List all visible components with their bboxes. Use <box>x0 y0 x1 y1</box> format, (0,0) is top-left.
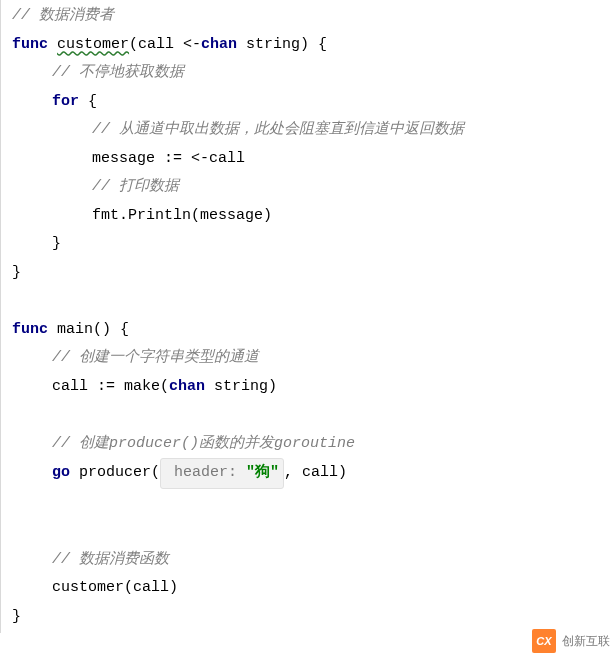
stmt-message: message := <-call <box>92 150 245 167</box>
code-line: // 打印数据 <box>12 173 608 202</box>
stmt-println: fmt.Println(message) <box>92 207 272 224</box>
keyword-for: for <box>52 93 79 110</box>
code-line: call := make(chan string) <box>12 373 608 402</box>
code-line: customer(call) <box>12 574 608 603</box>
brace-close: } <box>52 235 61 252</box>
code-editor[interactable]: // 数据消费者 func customer(call <-chan strin… <box>0 0 616 633</box>
comment: // 创建一个字符串类型的通道 <box>52 349 259 366</box>
comment: // 不停地获取数据 <box>52 64 184 81</box>
paren-close: ) { <box>300 36 327 53</box>
gutter <box>0 0 1 633</box>
code-line: // 数据消费者 <box>12 2 608 31</box>
param-hint-label: header: <box>165 464 246 481</box>
call-producer-b: , call) <box>284 464 347 481</box>
stmt-customer-call: customer(call) <box>52 579 178 596</box>
param-hint: header: "狗" <box>160 458 284 489</box>
code-line: for { <box>12 88 608 117</box>
comment: // 打印数据 <box>92 178 179 195</box>
func-name-customer: customer <box>57 36 129 53</box>
func-name-main: main() { <box>48 321 129 338</box>
type-string: string <box>237 36 300 53</box>
logo-mark-icon <box>532 629 556 653</box>
comment: // 从通道中取出数据，此处会阻塞直到信道中返回数据 <box>92 121 464 138</box>
keyword-go: go <box>52 464 70 481</box>
code-line: func customer(call <-chan string) { <box>12 31 608 60</box>
blank-line <box>12 287 608 316</box>
brace: { <box>79 93 97 110</box>
brace-close: } <box>12 608 21 625</box>
code-line: // 创建producer()函数的并发goroutine <box>12 430 608 459</box>
brace-close: } <box>12 264 21 281</box>
string-literal: "狗" <box>246 464 279 481</box>
code-line: func main() { <box>12 316 608 345</box>
blank-line <box>12 401 608 430</box>
code-line: } <box>12 230 608 259</box>
call-producer-a: producer( <box>70 464 160 481</box>
stmt-make-b: string) <box>205 378 277 395</box>
keyword-func: func <box>12 36 48 53</box>
keyword-chan: chan <box>169 378 205 395</box>
code-line: } <box>12 603 608 632</box>
code-line: // 不停地获取数据 <box>12 59 608 88</box>
comment: // 数据消费函数 <box>52 551 169 568</box>
code-line: } <box>12 259 608 288</box>
code-line: message := <-call <box>12 145 608 174</box>
watermark-logo: 创新互联 <box>532 629 610 653</box>
code-line: // 数据消费函数 <box>12 546 608 575</box>
comment: // 创建producer()函数的并发goroutine <box>52 435 355 452</box>
paren: (call <- <box>129 36 201 53</box>
comment: // 数据消费者 <box>12 7 114 24</box>
keyword-chan: chan <box>201 36 237 53</box>
stmt-make-a: call := make( <box>52 378 169 395</box>
code-line: // 从通道中取出数据，此处会阻塞直到信道中返回数据 <box>12 116 608 145</box>
logo-text: 创新互联 <box>562 630 610 653</box>
code-line: fmt.Println(message) <box>12 202 608 231</box>
code-line: go producer( header: "狗", call) <box>12 458 608 489</box>
blank-line <box>12 517 608 546</box>
blank-line <box>12 489 608 518</box>
code-line: // 创建一个字符串类型的通道 <box>12 344 608 373</box>
keyword-func: func <box>12 321 48 338</box>
